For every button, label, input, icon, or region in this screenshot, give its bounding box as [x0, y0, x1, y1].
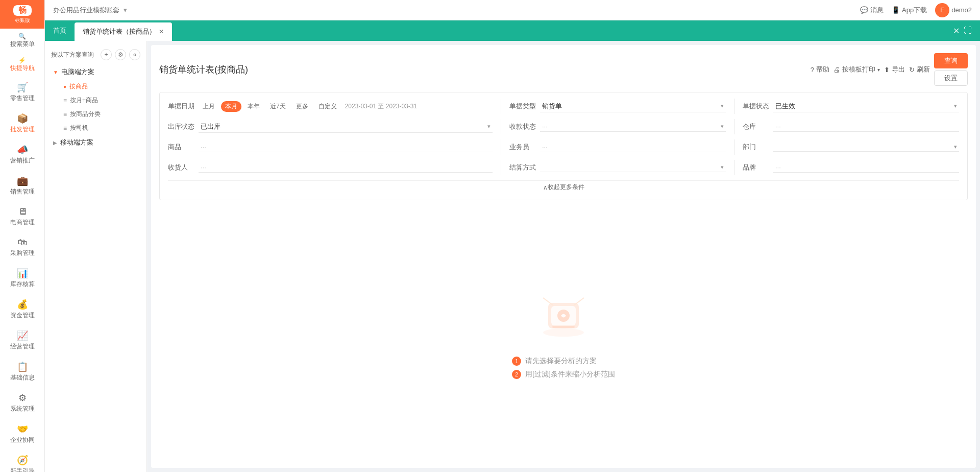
page-title-row: 销货单统计表(按商品) ? 帮助 🖨 按模板打印 ▾ ⬆ 导出: [159, 53, 968, 86]
sidebar-item-marketing[interactable]: 📣 营销推广: [0, 139, 44, 170]
sidebar-label-basic: 基础信息: [10, 373, 35, 382]
out-status-value: 已出库: [201, 122, 220, 131]
date-last-month-btn[interactable]: 上月: [199, 101, 219, 112]
refresh-btn[interactable]: ↻ 刷新: [909, 65, 930, 74]
payment-dots: ···: [542, 123, 548, 130]
dropdown-icon[interactable]: ▾: [124, 6, 127, 14]
print-btn[interactable]: 🖨 按模板打印 ▾: [834, 65, 880, 74]
tree-expand-icon: ▼: [53, 69, 58, 75]
filter-doc-type: 单据类型 销货单 ▾: [509, 101, 726, 112]
tip-num-1: 1: [512, 357, 521, 366]
app-download-btn[interactable]: 📱 App下载: [892, 6, 927, 15]
sidebar-label-marketing: 营销推广: [10, 156, 35, 165]
tree-item-pc[interactable]: ▼ 电脑端方案: [45, 64, 146, 80]
sales-icon: 💼: [17, 175, 28, 186]
doc-type-select[interactable]: 销货单 ▾: [540, 101, 726, 112]
app-download-label: App下载: [902, 6, 927, 15]
message-label: 消息: [870, 6, 884, 15]
retail-icon: 🛒: [17, 82, 28, 93]
settle-select[interactable]: ▾: [540, 163, 726, 172]
divider-6: [734, 139, 734, 155]
tree-sub-item-by-month-product[interactable]: ≡ 按月+商品: [57, 93, 146, 107]
user-avatar[interactable]: E demo2: [935, 3, 972, 17]
topbar-left: 办公用品行业模拟账套 ▾: [53, 6, 127, 15]
divider-3: [501, 119, 501, 134]
product-select[interactable]: ···: [199, 142, 493, 152]
sidebar-item-purchase[interactable]: 🛍 采购管理: [0, 232, 44, 263]
warehouse-dots: ···: [775, 123, 781, 130]
add-scheme-btn[interactable]: +: [101, 49, 112, 60]
nav-icon: ⚡: [18, 57, 26, 64]
help-btn[interactable]: ? 帮助: [811, 65, 829, 74]
doc-status-select[interactable]: 已生效 ▾: [773, 101, 959, 112]
warehouse-select[interactable]: ···: [773, 122, 959, 132]
left-panel-actions: + ⚙ «: [101, 49, 140, 60]
sidebar-item-sales[interactable]: 💼 销售管理: [0, 170, 44, 201]
date-range: 2023-03-01 至 2023-03-31: [345, 102, 417, 111]
tree-item-mobile[interactable]: ▶ 移动端方案: [45, 135, 146, 150]
avatar: E: [935, 3, 949, 17]
add-icon: +: [104, 51, 108, 58]
date-custom-btn[interactable]: 自定义: [314, 101, 341, 112]
collapse-row[interactable]: ∧ 收起更多条件: [168, 180, 959, 194]
tab-report[interactable]: 销货单统计表（按商品） ✕: [75, 22, 172, 41]
sidebar-label-retail: 零售管理: [10, 94, 35, 103]
sidebar-item-basic[interactable]: 📋 基础信息: [0, 356, 44, 387]
out-status-select[interactable]: 已出库 ▾: [199, 121, 493, 133]
page-title: 销货单统计表(按商品): [159, 63, 248, 76]
filter-brand: 品牌 ···: [743, 162, 959, 173]
user-label: demo2: [951, 6, 972, 14]
settings-btn[interactable]: 设置: [934, 70, 968, 86]
settings-scheme-btn[interactable]: ⚙: [115, 49, 126, 60]
export-btn[interactable]: ⬆ 导出: [884, 65, 905, 74]
tree-sub-item-by-category[interactable]: ≡ 按商品分类: [57, 107, 146, 121]
receiver-select[interactable]: ···: [199, 162, 493, 173]
message-btn[interactable]: 💬 消息: [860, 6, 884, 15]
sidebar-item-enterprise[interactable]: 🤝 企业协同: [0, 418, 44, 450]
sidebar-search-item[interactable]: 🔍 搜索菜单: [0, 29, 44, 53]
sidebar-item-system[interactable]: ⚙ 系统管理: [0, 387, 44, 418]
tab-close-icon[interactable]: ✕: [159, 28, 164, 35]
brand-select[interactable]: ···: [773, 162, 959, 173]
date-more-btn[interactable]: 更多: [292, 101, 312, 112]
sidebar-item-inventory[interactable]: 📊 库存核算: [0, 263, 44, 294]
date-bar: 上月 本月 本年 近7天 更多 自定义 2023-03-01 至 2023-03…: [199, 101, 417, 112]
tab-expand-btn[interactable]: ⛶: [964, 26, 972, 35]
empty-illustration: [533, 288, 594, 348]
search-label: 搜索菜单: [10, 40, 35, 49]
date-7days-btn[interactable]: 近7天: [266, 101, 290, 112]
sidebar-label-operation: 经营管理: [10, 342, 35, 351]
settings-icon: ⚙: [118, 51, 124, 58]
print-icon: 🖨: [834, 66, 840, 74]
divider-5: [501, 139, 501, 155]
left-panel-title: 按以下方案查询: [51, 51, 94, 59]
sidebar-item-wholesale[interactable]: 📦 批发管理: [0, 108, 44, 139]
receiver-label: 收货人: [168, 163, 199, 172]
filter-product: 商品 ···: [168, 142, 493, 152]
sidebar-item-guide[interactable]: 🧭 新手引导: [0, 450, 44, 472]
tree-sub-label-by-driver: 按司机: [70, 124, 88, 132]
sidebar-nav-item[interactable]: ⚡ 快捷导航: [0, 53, 44, 77]
sidebar-item-ecommerce[interactable]: 🖥 电商管理: [0, 201, 44, 232]
department-select[interactable]: ▾: [773, 143, 959, 152]
tree-sub-item-by-product[interactable]: ● 按商品: [57, 80, 146, 93]
filter-doc-status: 单据状态 已生效 ▾: [743, 101, 959, 112]
tree-sub-label-by-product: 按商品: [69, 82, 88, 91]
sidebar-item-retail[interactable]: 🛒 零售管理: [0, 77, 44, 108]
query-btn[interactable]: 查询: [934, 53, 968, 68]
out-status-label: 出库状态: [168, 122, 199, 131]
date-this-year-btn[interactable]: 本年: [243, 101, 264, 112]
tab-close-btn[interactable]: ✕: [953, 26, 960, 36]
collapse-panel-btn[interactable]: «: [129, 49, 140, 60]
tab-home[interactable]: 首页: [45, 20, 75, 41]
payment-select[interactable]: ··· ▾: [540, 122, 726, 132]
warehouse-label: 仓库: [743, 122, 773, 131]
tree-sub-item-by-driver[interactable]: ≡ 按司机: [57, 121, 146, 135]
sidebar-item-operation[interactable]: 📈 经营管理: [0, 325, 44, 356]
sidebar-item-finance[interactable]: 💰 资金管理: [0, 294, 44, 325]
download-icon: 📱: [892, 6, 900, 14]
payment-arrow: ▾: [721, 123, 724, 130]
date-this-month-btn[interactable]: 本月: [221, 101, 241, 112]
staff-select[interactable]: ···: [540, 142, 726, 152]
tree-item-label-pc: 电脑端方案: [61, 67, 94, 77]
